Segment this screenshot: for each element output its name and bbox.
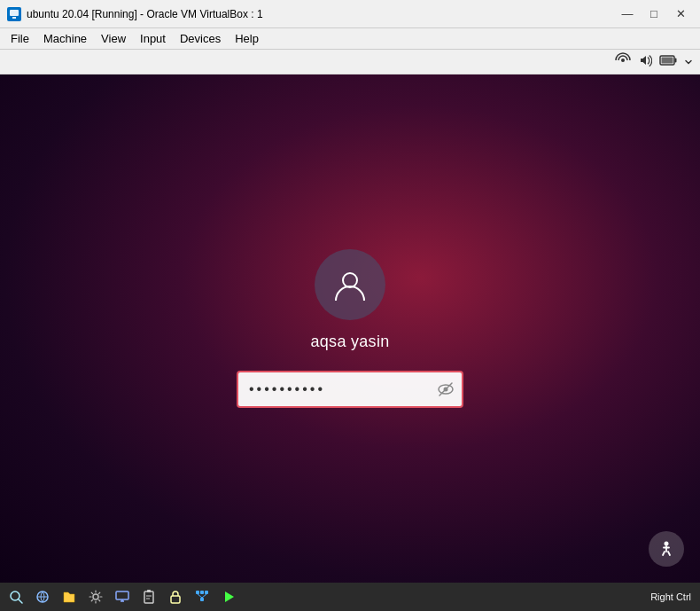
svg-line-29 [202,594,206,598]
svg-rect-30 [200,598,204,601]
svg-rect-2 [12,17,16,19]
menu-help[interactable]: Help [228,28,266,49]
svg-rect-1 [10,10,19,16]
taskbar-icon-network2[interactable] [190,584,214,609]
svg-point-11 [665,542,669,546]
password-field-wrapper [237,371,463,408]
minimize-button[interactable]: — [615,5,640,23]
svg-rect-20 [144,591,153,603]
avatar [315,249,385,320]
menu-machine[interactable]: Machine [36,28,94,49]
svg-rect-6 [662,58,673,64]
svg-rect-25 [196,591,199,594]
taskbar-icon-vm[interactable] [110,584,135,609]
password-input[interactable] [237,371,463,408]
battery-icon[interactable] [659,54,677,69]
chevron-down-icon[interactable] [684,55,693,69]
taskbar-icon-settings[interactable] [83,584,108,609]
menu-devices[interactable]: Devices [173,28,228,49]
menu-file[interactable]: File [4,28,36,49]
taskbar-icon-lock[interactable] [163,584,188,609]
window-controls[interactable]: — □ ✕ [615,5,693,23]
vm-screen: aqsa yasin [0,74,700,583]
taskbar-right-ctrl: Right Ctrl [650,591,696,602]
close-button[interactable]: ✕ [668,5,693,23]
svg-line-28 [198,594,202,598]
svg-marker-31 [225,591,234,602]
svg-point-3 [621,59,625,62]
window-title: ubuntu 20.04 [Running] - Oracle VM Virtu… [27,8,615,20]
svg-line-13 [19,599,22,603]
taskbar-icon-files[interactable] [57,584,82,609]
menu-view[interactable]: View [94,28,133,49]
accessibility-button[interactable] [649,531,684,567]
menu-bar: File Machine View Input Devices Help [0,28,700,50]
svg-rect-17 [116,591,128,599]
taskbar-icon-play[interactable] [216,584,241,609]
username-label: aqsa yasin [310,333,389,351]
svg-rect-5 [675,59,677,63]
menu-input[interactable]: Input [133,28,173,49]
network-icon[interactable] [615,52,631,71]
taskbar-icon-network[interactable] [30,584,55,609]
title-bar: ubuntu 20.04 [Running] - Oracle VM Virtu… [0,0,700,28]
status-bar [0,50,700,74]
taskbar-icon-clipboard[interactable] [136,584,161,609]
svg-rect-27 [205,591,208,594]
svg-rect-21 [147,590,151,592]
app-icon [7,7,21,21]
maximize-button[interactable]: □ [642,5,666,23]
svg-rect-26 [200,591,204,594]
taskbar: Right Ctrl [0,583,700,611]
svg-rect-24 [171,596,180,603]
audio-icon[interactable] [638,53,652,70]
taskbar-left [4,584,241,609]
taskbar-icon-search[interactable] [4,584,28,609]
svg-point-7 [343,273,357,287]
password-toggle-icon[interactable] [437,380,455,398]
svg-point-16 [93,594,98,599]
